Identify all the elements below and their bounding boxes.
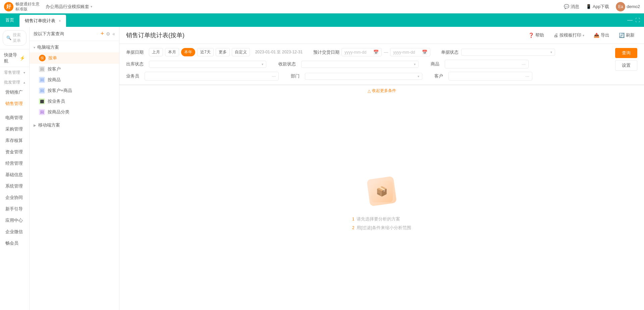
logo-area: 好 畅捷通好生意 标准版 — [4, 2, 40, 11]
calendar-icon: 📅 — [373, 50, 379, 55]
plan-icon-by-customer: 回 — [39, 66, 45, 72]
wholesale-arrow: ▴ — [23, 81, 25, 84]
collapse-bar[interactable]: △ 收起更多条件 — [119, 85, 644, 96]
salesperson-input[interactable]: ··· — [145, 72, 279, 81]
sidebar-item-marketing[interactable]: 营销推广 — [0, 87, 29, 98]
empty-content: 📦 1 请先选择要分析的方案 2 用[过滤]条件来缩小分析范围 — [352, 174, 411, 232]
sidebar-item-sales[interactable]: 销售管理 — [0, 98, 29, 109]
logo-text: 畅捷通好生意 标准版 — [15, 2, 40, 11]
date-btn-7days[interactable]: 近7天 — [197, 48, 214, 56]
product-label: 商品 — [431, 61, 439, 67]
plan-icon-by-product: 回 — [39, 77, 45, 83]
product-input[interactable]: ··· — [445, 60, 529, 68]
receive-status-select[interactable]: ▾ — [301, 61, 419, 68]
retail-arrow: ▾ — [23, 71, 25, 74]
plan-item-by-salesperson[interactable]: ⬛ 按业务员 — [30, 96, 119, 107]
pc-plan-group-header[interactable]: ▾ 电脑端方案 — [30, 42, 119, 52]
collapse-up-icon: △ — [368, 89, 371, 93]
filter-area: 单据日期 上月 本月 本年 近7天 更多 自定义 2023-01-01 至 20… — [119, 44, 644, 85]
date-btn-thismonth[interactable]: 本月 — [165, 48, 179, 56]
sidebar-item-ecommerce[interactable]: 电商管理 — [0, 112, 29, 123]
plan-item-by-order[interactable]: 按 按单 — [30, 52, 119, 64]
export-btn[interactable]: 📤 导出 — [591, 31, 612, 40]
sidebar-item-newbie[interactable]: 新手引导 — [0, 203, 29, 215]
right-panel: 销售订单统计表(按单) ❓ 帮助 🖨 按模板打印 ▾ 📤 导出 — [119, 27, 644, 310]
date-btn-custom[interactable]: 自定义 — [232, 48, 250, 56]
salesperson-ellipsis-icon[interactable]: ··· — [272, 73, 276, 79]
sidebar-item-system[interactable]: 系统管理 — [0, 180, 29, 192]
status-filter: 单据状态 ▾ — [441, 49, 555, 56]
filter-fields: 单据日期 上月 本月 本年 近7天 更多 自定义 2023-01-01 至 20… — [126, 48, 610, 81]
sidebar-item-corpwechat[interactable]: 企业微信 — [0, 226, 29, 238]
plan-item-by-category[interactable]: 回 按商品分类 — [30, 107, 119, 117]
query-button[interactable]: 查询 — [615, 48, 637, 58]
app-download-btn[interactable]: 📱 App下载 — [586, 4, 609, 10]
maximize-icon[interactable]: ⛶ — [635, 17, 640, 23]
status-select[interactable]: ▾ — [461, 49, 555, 56]
help-icon: ❓ — [528, 33, 534, 38]
date-btn-more[interactable]: 更多 — [216, 48, 230, 56]
settings-plan-btn[interactable]: ⚙ — [106, 31, 110, 37]
sidebar-search-area: 🔍 搜索菜单 — [0, 27, 29, 49]
sidebar-item-member[interactable]: 畅会员 — [0, 238, 29, 249]
date-label: 单据日期 — [126, 49, 144, 55]
settings-button[interactable]: 设置 — [615, 60, 637, 71]
message-btn[interactable]: 💬 消息 — [564, 4, 579, 10]
sidebar-item-purchase[interactable]: 采购管理 — [0, 123, 29, 135]
empty-tips: 1 请先选择要分析的方案 2 用[过滤]条件来缩小分析范围 — [352, 215, 411, 232]
filter-section: 单据日期 上月 本月 本年 近7天 更多 自定义 2023-01-01 至 20… — [126, 48, 637, 81]
minimize-icon[interactable]: — — [627, 17, 633, 23]
sidebar-item-enterprise[interactable]: 企业协同 — [0, 192, 29, 203]
calendar-end-icon: 📅 — [422, 50, 427, 55]
company-select[interactable]: 办公用品行业模拟账套 ▾ — [46, 4, 92, 10]
quick-nav[interactable]: 快捷导航 ⚡ — [0, 49, 29, 67]
date-btn-thisyear[interactable]: 本年 — [181, 48, 195, 56]
collapse-panel-btn[interactable]: « — [112, 31, 115, 37]
status-label: 单据状态 — [441, 49, 459, 55]
sidebar-item-appcenter[interactable]: 应用中心 — [0, 215, 29, 226]
left-panel-actions: + ⚙ « — [101, 30, 115, 37]
empty-tip-2: 2 用[过滤]条件来缩小分析范围 — [352, 223, 411, 232]
empty-tip-1: 1 请先选择要分析的方案 — [352, 215, 411, 223]
plan-item-by-customer-product[interactable]: 回 按客户+商品 — [30, 85, 119, 96]
expected-date-start[interactable]: yyyy-mm-dd 📅 — [341, 48, 382, 56]
retail-group: 零售管理 ▾ — [0, 67, 29, 77]
refresh-btn[interactable]: 🔄 刷新 — [616, 31, 637, 40]
print-btn[interactable]: 🖨 按模板打印 ▾ — [551, 31, 587, 40]
search-icon: 🔍 — [6, 36, 11, 40]
expected-date-end[interactable]: yyyy-mm-dd 📅 — [390, 48, 430, 56]
tab-close-btn[interactable]: × — [59, 19, 61, 23]
product-ellipsis-icon[interactable]: ··· — [522, 61, 526, 67]
tab-home[interactable]: 首页 — [0, 13, 19, 27]
sidebar-item-finance[interactable]: 资金管理 — [0, 146, 29, 158]
department-label: 部门 — [291, 73, 300, 79]
empty-state: 📦 1 请先选择要分析的方案 2 用[过滤]条件来缩小分析范围 — [119, 96, 644, 310]
tab-actions[interactable]: — ⛶ — [623, 17, 644, 23]
add-plan-btn[interactable]: + — [101, 30, 104, 37]
date-btn-lastmonth[interactable]: 上月 — [149, 48, 163, 56]
search-input[interactable]: 🔍 搜索菜单 — [3, 30, 26, 46]
salesperson-label: 业务员 — [126, 73, 139, 79]
customer-ellipsis-icon[interactable]: ··· — [525, 73, 529, 79]
plan-item-by-customer[interactable]: 回 按客户 — [30, 64, 119, 74]
tip-num-2: 2 — [352, 224, 355, 232]
customer-input[interactable]: ··· — [448, 72, 532, 81]
out-status-select[interactable]: ▾ — [149, 61, 266, 68]
user-profile[interactable]: Ea demo2 — [616, 2, 640, 11]
department-select[interactable]: ▾ — [305, 73, 422, 80]
tab-sales-stats[interactable]: 销售订单统计表 × — [19, 15, 66, 27]
sidebar-item-inventory[interactable]: 库存核算 — [0, 135, 29, 146]
sidebar-item-operation[interactable]: 经营管理 — [0, 158, 29, 169]
mobile-plan-group-header[interactable]: ▶ 移动端方案 — [30, 120, 119, 130]
plan-icon-by-customer-product: 回 — [39, 88, 45, 94]
help-btn[interactable]: ❓ 帮助 — [526, 31, 547, 40]
plan-item-by-product[interactable]: 回 按商品 — [30, 74, 119, 85]
expected-date-group: 预计交货日期 yyyy-mm-dd 📅 — yyyy-mm-dd 📅 — [313, 48, 430, 56]
sidebar-item-basic[interactable]: 基础信息 — [0, 169, 29, 180]
status-arrow-icon: ▾ — [550, 50, 552, 54]
print-icon: 🖨 — [553, 33, 558, 38]
filter-row-date: 单据日期 上月 本月 本年 近7天 更多 自定义 2023-01-01 至 20… — [126, 48, 610, 56]
top-bar-right: 💬 消息 📱 App下载 Ea demo2 — [564, 2, 640, 11]
refresh-icon: 🔄 — [619, 33, 625, 38]
customer-label: 客户 — [434, 73, 443, 79]
